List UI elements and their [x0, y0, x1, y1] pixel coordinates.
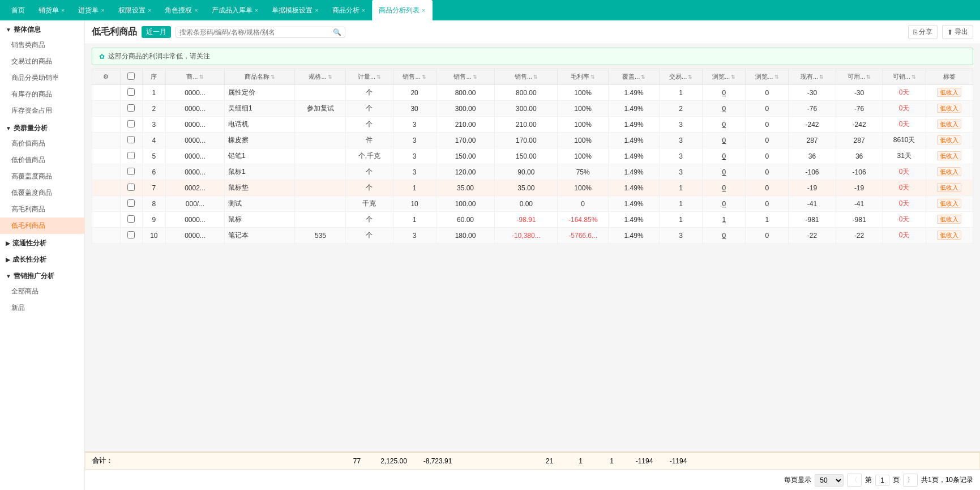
- nav-close-sales[interactable]: ×: [61, 7, 65, 14]
- select-all-checkbox[interactable]: [127, 73, 135, 80]
- cell-sales-qty: 3: [393, 228, 436, 244]
- nav-sales-order[interactable]: 销货单 ×: [32, 0, 71, 20]
- sidebar-item-all-goods[interactable]: 全部商品: [0, 283, 84, 300]
- cell-checkbox[interactable]: [120, 180, 142, 196]
- sidebar-group-marketing[interactable]: ▼ 营销推广分析: [0, 267, 84, 283]
- cell-view1[interactable]: 0: [703, 148, 746, 164]
- sidebar-item-category-rate[interactable]: 商品分类助销率: [0, 70, 84, 86]
- sidebar-item-low-coverage[interactable]: 低覆盖度商品: [0, 185, 84, 201]
- cell-view1[interactable]: 0: [703, 101, 746, 117]
- row-checkbox[interactable]: [127, 120, 135, 127]
- col-num: 序: [142, 69, 166, 85]
- cell-view1[interactable]: 0: [703, 164, 746, 180]
- nav-close-role[interactable]: ×: [194, 7, 198, 14]
- col-available[interactable]: 可用...⇅: [836, 69, 883, 85]
- cell-checkbox[interactable]: [120, 228, 142, 244]
- row-checkbox[interactable]: [127, 184, 135, 191]
- sidebar-item-low-margin[interactable]: 低毛利商品: [0, 218, 84, 234]
- col-trade[interactable]: 交易...⇅: [660, 69, 703, 85]
- cell-avail: -981: [836, 212, 883, 228]
- cell-view1[interactable]: 0: [703, 85, 746, 101]
- nav-close-analysis-list[interactable]: ×: [422, 7, 425, 14]
- sidebar-item-low-value[interactable]: 低价值商品: [0, 152, 84, 168]
- col-setting[interactable]: ⚙: [92, 69, 121, 85]
- nav-permissions[interactable]: 权限设置 ×: [112, 0, 158, 20]
- col-view1[interactable]: 浏览...⇅: [703, 69, 746, 85]
- col-sales-price[interactable]: 销售...⇅: [436, 69, 495, 85]
- col-name[interactable]: 商品名称⇅: [224, 69, 295, 85]
- cell-trade: 1: [660, 85, 703, 101]
- nav-purchase-order[interactable]: 进货单 ×: [71, 0, 111, 20]
- sidebar-item-new-goods[interactable]: 新品: [0, 300, 84, 316]
- per-page-select[interactable]: 50 100 200: [815, 474, 844, 487]
- nav-home[interactable]: 首页: [5, 0, 32, 20]
- nav-close-analysis[interactable]: ×: [362, 7, 365, 14]
- cell-checkbox[interactable]: [120, 85, 142, 101]
- cell-checkbox[interactable]: [120, 133, 142, 148]
- nav-product-analysis[interactable]: 商品分析 ×: [326, 0, 372, 20]
- filter-button[interactable]: 近一月: [142, 26, 171, 38]
- row-checkbox[interactable]: [127, 152, 135, 159]
- col-view2[interactable]: 浏览...⇅: [746, 69, 789, 85]
- sidebar-group-growth[interactable]: ▶ 成长性分析: [0, 250, 84, 267]
- sidebar-item-stocked-goods[interactable]: 有库存的商品: [0, 86, 84, 103]
- search-box[interactable]: 🔍: [176, 27, 345, 38]
- row-checkbox[interactable]: [127, 199, 135, 207]
- cell-view1[interactable]: 0: [703, 117, 746, 133]
- export-button[interactable]: ⬆ 导出: [942, 25, 973, 39]
- prev-page-button[interactable]: 〈: [847, 474, 862, 487]
- nav-close-template[interactable]: ×: [315, 7, 318, 14]
- col-stock[interactable]: 现有...⇅: [789, 69, 836, 85]
- nav-product-analysis-list[interactable]: 商品分析列表 ×: [372, 0, 432, 20]
- cell-checkbox[interactable]: [120, 101, 142, 117]
- sidebar-item-high-margin[interactable]: 高毛利商品: [0, 201, 84, 218]
- col-spec[interactable]: 规格...⇅: [295, 69, 346, 85]
- cell-view1[interactable]: 1: [703, 212, 746, 228]
- row-checkbox[interactable]: [127, 231, 135, 238]
- col-code[interactable]: 商...⇅: [166, 69, 225, 85]
- cell-trade: 3: [660, 133, 703, 148]
- col-gross-rate[interactable]: 毛利率⇅: [558, 69, 609, 85]
- share-button[interactable]: ⎘ 分享: [908, 25, 938, 39]
- col-sales-qty[interactable]: 销售...⇅: [393, 69, 436, 85]
- col-sale-days[interactable]: 可销...⇅: [883, 69, 926, 85]
- row-checkbox[interactable]: [127, 215, 135, 223]
- nav-close-product[interactable]: ×: [255, 7, 258, 14]
- search-icon[interactable]: 🔍: [333, 28, 341, 36]
- nav-close-permissions[interactable]: ×: [148, 7, 151, 14]
- table-container[interactable]: ⚙ 序 商...⇅ 商品名称⇅ 规格...⇅ 计量...⇅ 销售...⇅ 销售.…: [92, 69, 973, 451]
- sidebar-item-high-value[interactable]: 高价值商品: [0, 135, 84, 152]
- sidebar-group-cluster[interactable]: ▼ 类群量分析: [0, 119, 84, 135]
- sidebar-group-overview[interactable]: ▼ 整体信息: [0, 20, 84, 37]
- col-coverage[interactable]: 覆盖...⇅: [609, 69, 660, 85]
- row-checkbox[interactable]: [127, 88, 135, 96]
- row-checkbox[interactable]: [127, 104, 135, 112]
- sidebar-item-capital[interactable]: 库存资金占用: [0, 103, 84, 119]
- cell-checkbox[interactable]: [120, 148, 142, 164]
- col-checkbox[interactable]: [120, 69, 142, 85]
- col-unit[interactable]: 计量...⇅: [346, 69, 393, 85]
- row-checkbox[interactable]: [127, 168, 135, 175]
- nav-template-settings[interactable]: 单据模板设置 ×: [265, 0, 325, 20]
- sidebar-item-traded-goods[interactable]: 交易过的商品: [0, 53, 84, 70]
- sidebar-item-sales-goods[interactable]: 销售类商品: [0, 37, 84, 53]
- cell-view1[interactable]: 0: [703, 133, 746, 148]
- nav-close-purchase[interactable]: ×: [101, 7, 104, 14]
- table-row: 2 0000... 吴细细1 参加复试 个 30 300.00 300.00 1…: [92, 101, 973, 117]
- cell-checkbox[interactable]: [120, 164, 142, 180]
- cell-view1[interactable]: 0: [703, 180, 746, 196]
- sidebar-item-high-coverage[interactable]: 高覆盖度商品: [0, 168, 84, 185]
- cell-checkbox[interactable]: [120, 196, 142, 212]
- row-checkbox[interactable]: [127, 136, 135, 143]
- search-input[interactable]: [179, 28, 333, 36]
- cell-view1[interactable]: 0: [703, 228, 746, 244]
- cell-checkbox[interactable]: [120, 117, 142, 133]
- next-page-button[interactable]: 〉: [903, 474, 918, 487]
- nav-role-auth[interactable]: 角色授权 ×: [158, 0, 204, 20]
- cell-checkbox[interactable]: [120, 212, 142, 228]
- nav-product-inbound[interactable]: 产成品入库单 ×: [205, 0, 265, 20]
- cell-view1[interactable]: 0: [703, 196, 746, 212]
- col-sales-amount[interactable]: 销售...⇅: [495, 69, 558, 85]
- sidebar-group-flow[interactable]: ▶ 流通性分析: [0, 234, 84, 250]
- cell-avail: -242: [836, 117, 883, 133]
